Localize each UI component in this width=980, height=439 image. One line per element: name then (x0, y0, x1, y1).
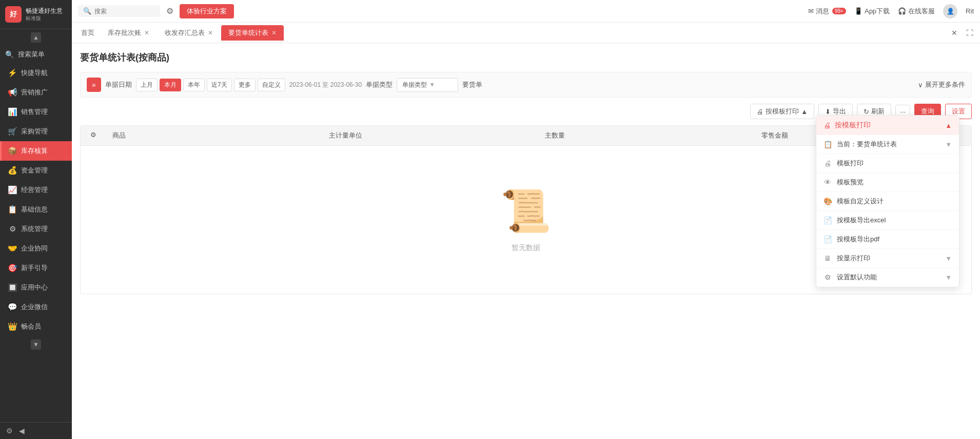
dropdown-current-item[interactable]: 📋 当前：要货单统计表 ▼ (816, 135, 959, 154)
display-print-left: 🖥 按显示打印 (824, 254, 870, 263)
display-print-label: 按显示打印 (837, 254, 870, 263)
sidebar-item-cooperation[interactable]: 🤝 企业协同 (0, 239, 72, 258)
sidebar-item-label: 销售管理 (21, 107, 48, 117)
trial-button[interactable]: 体验行业方案 (180, 4, 234, 18)
dropdown-header-left: 🖨 按模板打印 (824, 121, 871, 130)
filter-bar: » 单据日期 上月 本月 本年 近7天 更多 自定义 2023-06-01 至 … (80, 72, 972, 98)
template-custom-label: 模板自定义设计 (837, 197, 884, 206)
tab-receipt-summary-close[interactable]: ✕ (208, 29, 213, 36)
sidebar-item-app-center[interactable]: 🔲 应用中心 (0, 278, 72, 297)
app-name: 畅捷通好生意 (26, 7, 63, 15)
tab-receipt-summary[interactable]: 收发存汇总表 ✕ (158, 25, 220, 41)
dropdown-default-function-item[interactable]: ⚙ 设置默认功能 ▼ (816, 268, 959, 287)
collapse-icon[interactable]: ◀ (19, 427, 25, 435)
dropdown-template-print-item[interactable]: 🖨 模板打印 (816, 154, 959, 173)
default-function-left: ⚙ 设置默认功能 (824, 273, 877, 282)
sidebar-item-finance[interactable]: 💰 资金管理 (0, 161, 72, 180)
display-print-arrow-icon: ▼ (945, 255, 952, 262)
tab-order-stats-close[interactable]: ✕ (271, 29, 277, 36)
sidebar-item-sales[interactable]: 📊 销售管理 (0, 102, 72, 122)
template-excel-label: 按模板导出excel (837, 216, 886, 225)
username-label: Rit (966, 7, 974, 15)
tab-inventory-batch-close[interactable]: ✕ (144, 29, 149, 36)
sidebar-item-system[interactable]: ⚙ 系统管理 (0, 219, 72, 239)
date-btn-last-7-days[interactable]: 近7天 (207, 79, 232, 91)
topbar: 🔍 ⚙ 体验行业方案 ✉ 消息 99+ 📱 App下载 🎧 在线客服 👤 Rit (72, 0, 980, 23)
sidebar-bottom: ⚙ ◀ (0, 422, 72, 439)
dropdown-header-arrow-icon: ▲ (945, 122, 952, 129)
date-btn-more[interactable]: 更多 (234, 79, 256, 91)
app-download-label: App下载 (865, 7, 890, 16)
tab-home[interactable]: 首页 (76, 25, 100, 41)
sidebar-item-basic[interactable]: 📋 基础信息 (0, 200, 72, 219)
sidebar-item-label: 应用中心 (21, 283, 48, 292)
sidebar-item-quick-nav[interactable]: ⚡ 快捷导航 (0, 63, 72, 83)
expand-more-button[interactable]: ∨ 展开更多条件 (918, 80, 965, 89)
dropdown-header[interactable]: 🖨 按模板打印 ▲ (816, 116, 959, 135)
online-service-label: 在线客服 (908, 7, 935, 16)
current-arrow-icon: ▼ (945, 141, 952, 148)
tab-receipt-summary-label: 收发存汇总表 (165, 28, 205, 37)
dropdown-template-preview-item[interactable]: 👁 模板预览 (816, 173, 959, 192)
sidebar-search[interactable]: 🔍 搜索菜单 (0, 46, 72, 63)
online-service-button[interactable]: 🎧 在线客服 (898, 7, 935, 16)
template-print-button[interactable]: 🖨 按模板打印 ▲ (750, 104, 814, 119)
date-btn-last-month[interactable]: 上月 (136, 79, 158, 91)
settings-icon[interactable]: ⚙ (6, 427, 13, 435)
app-download-button[interactable]: 📱 App下载 (854, 7, 890, 16)
operation-icon: 📈 (8, 185, 17, 195)
filter-expand-button[interactable]: » (87, 78, 101, 92)
dropdown-template-excel-item[interactable]: 📄 按模板导出excel (816, 211, 959, 230)
sidebar-item-guide[interactable]: 🎯 新手引导 (0, 258, 72, 278)
tab-inventory-batch-label: 库存批次账 (108, 28, 141, 37)
user-avatar[interactable]: 👤 (943, 4, 957, 18)
tab-order-stats[interactable]: 要货单统计表 ✕ (221, 25, 284, 41)
default-function-icon: ⚙ (824, 273, 832, 281)
tab-inventory-batch[interactable]: 库存批次账 ✕ (101, 25, 156, 41)
dropdown-header-label: 按模板打印 (835, 121, 871, 130)
tab-maximize-button[interactable]: ⛶ (964, 27, 976, 39)
template-custom-icon: 🎨 (824, 197, 832, 205)
default-function-label: 设置默认功能 (837, 273, 877, 282)
tab-order-stats-label: 要货单统计表 (228, 28, 268, 37)
type-filter-label: 单据类型 (366, 80, 393, 89)
col-quantity: 主数量 (539, 126, 755, 145)
message-button[interactable]: ✉ 消息 99+ (808, 7, 846, 16)
topbar-gear-icon[interactable]: ⚙ (166, 6, 173, 16)
sidebar-item-inventory[interactable]: 📦 库存核算 (0, 141, 72, 161)
sidebar-item-purchase[interactable]: 🛒 采购管理 (0, 122, 72, 141)
template-pdf-icon: 📄 (824, 235, 832, 243)
sidebar-item-label: 快捷导航 (21, 68, 48, 78)
col-goods: 商品 (106, 126, 323, 145)
guide-icon: 🎯 (8, 263, 17, 273)
tabbar-right-controls: ✕ ⛶ (948, 27, 976, 39)
sidebar-item-marketing[interactable]: 📢 营销推广 (0, 83, 72, 102)
sidebar-item-wechat[interactable]: 💬 企业微信 (0, 297, 72, 317)
template-print-label: 按模板打印 (766, 107, 799, 116)
date-btn-current-year[interactable]: 本年 (183, 79, 205, 91)
dropdown-display-print-item[interactable]: 🖥 按显示打印 ▼ (816, 249, 959, 268)
finance-icon: 💰 (8, 166, 17, 175)
topbar-search-input[interactable] (94, 8, 155, 15)
date-range-display: 2023-06-01 至 2023-06-30 (289, 81, 362, 89)
page-content: 要货单统计表(按商品) » 单据日期 上月 本月 本年 近7天 更多 自定义 2… (72, 43, 980, 439)
dropdown-arrow-icon: ▼ (429, 81, 435, 88)
sidebar-item-label: 企业微信 (21, 302, 48, 312)
sidebar-item-member[interactable]: 👑 畅会员 (0, 317, 72, 336)
sidebar-item-label: 畅会员 (21, 322, 41, 331)
dropdown-template-custom-item[interactable]: 🎨 模板自定义设计 (816, 192, 959, 211)
sidebar-scroll-down[interactable]: ▼ (0, 336, 72, 353)
sidebar-scroll-up[interactable]: ▲ (0, 29, 72, 46)
col-settings[interactable]: ⚙ (81, 126, 106, 145)
date-btn-current-month[interactable]: 本月 (160, 79, 181, 91)
sidebar-item-operation[interactable]: 📈 经营管理 (0, 180, 72, 200)
type-dropdown[interactable]: 单据类型 ▼ (397, 78, 458, 92)
date-btn-custom[interactable]: 自定义 (258, 79, 285, 91)
col-unit: 主计量单位 (323, 126, 539, 145)
topbar-search-box[interactable]: 🔍 (78, 5, 160, 17)
dropdown-template-pdf-item[interactable]: 📄 按模板导出pdf (816, 230, 959, 249)
page-title: 要货单统计表(按商品) (80, 51, 972, 64)
tab-close-all-button[interactable]: ✕ (948, 27, 961, 39)
template-pdf-label: 按模板导出pdf (837, 235, 879, 244)
topbar-right: ✉ 消息 99+ 📱 App下载 🎧 在线客服 👤 Rit (808, 4, 974, 18)
